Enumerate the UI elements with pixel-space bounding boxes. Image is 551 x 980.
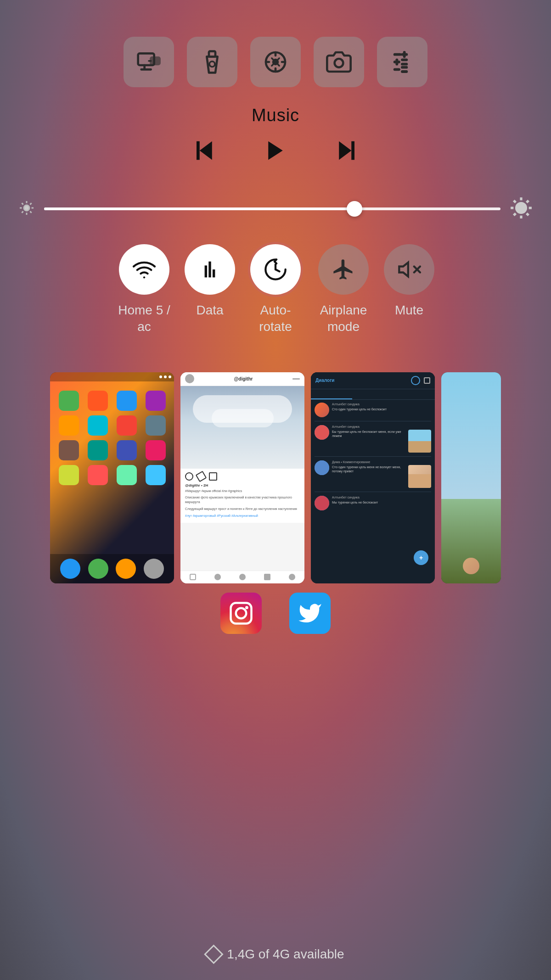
svg-rect-21 bbox=[351, 141, 354, 160]
twitter-app-icon[interactable] bbox=[289, 593, 331, 634]
autorotate-label: Auto-rotate bbox=[248, 302, 303, 336]
svg-line-27 bbox=[22, 203, 23, 204]
mute-icon bbox=[397, 258, 421, 281]
recent-app-instagram[interactable]: @digithr bbox=[180, 372, 304, 583]
recent-app-twitter[interactable]: Диалоги bbox=[311, 372, 435, 583]
mute-label: Mute bbox=[395, 302, 423, 319]
svg-line-30 bbox=[30, 203, 31, 204]
quick-action-bar bbox=[124, 37, 427, 87]
brightness-slider-track[interactable] bbox=[44, 207, 500, 210]
airplane-toggle[interactable]: Airplane mode bbox=[316, 244, 371, 336]
camera-icon bbox=[326, 49, 352, 75]
play-button[interactable] bbox=[263, 138, 288, 164]
airplane-icon bbox=[332, 258, 355, 281]
brightness-slider-thumb[interactable] bbox=[347, 201, 362, 217]
brightness-max-icon bbox=[510, 196, 533, 221]
mute-toggle[interactable]: Mute bbox=[384, 244, 434, 336]
svg-line-29 bbox=[22, 211, 23, 213]
svg-point-31 bbox=[517, 203, 526, 213]
brightness-min-icon bbox=[18, 200, 35, 218]
recent-app-home[interactable] bbox=[50, 372, 174, 583]
flashlight-button[interactable] bbox=[187, 37, 237, 87]
svg-line-39 bbox=[527, 201, 529, 202]
data-label: Data bbox=[196, 302, 223, 319]
autorotate-toggle[interactable]: Auto-rotate bbox=[248, 244, 303, 336]
data-toggle[interactable]: Data bbox=[185, 244, 235, 336]
next-icon bbox=[334, 138, 359, 163]
svg-point-51 bbox=[245, 606, 248, 609]
wifi-icon bbox=[132, 258, 156, 281]
twitter-preview: Диалоги bbox=[311, 372, 435, 583]
screen-mirror-button[interactable] bbox=[124, 37, 174, 87]
calculator-button[interactable] bbox=[377, 37, 427, 87]
prev-icon bbox=[192, 138, 217, 163]
mute-circle bbox=[384, 244, 434, 295]
svg-rect-1 bbox=[151, 58, 160, 64]
prev-button[interactable] bbox=[192, 138, 217, 164]
svg-line-28 bbox=[30, 211, 31, 213]
main-content: Music bbox=[0, 0, 551, 980]
flashlight-icon bbox=[199, 49, 225, 75]
settings-preview bbox=[441, 372, 501, 583]
calculator-icon bbox=[389, 49, 415, 75]
navigation-button[interactable] bbox=[250, 37, 301, 87]
svg-line-36 bbox=[514, 201, 516, 202]
svg-point-40 bbox=[143, 276, 145, 278]
svg-line-38 bbox=[514, 213, 516, 215]
recent-app-settings[interactable] bbox=[441, 372, 501, 583]
instagram-preview: @digithr bbox=[180, 372, 304, 583]
autorotate-circle bbox=[250, 244, 301, 295]
brightness-slider-fill bbox=[44, 207, 354, 210]
status-bar-1 bbox=[50, 372, 174, 381]
instagram-logo-icon bbox=[229, 601, 253, 626]
data-icon bbox=[198, 258, 222, 281]
wifi-toggle[interactable]: Home 5 / ac bbox=[117, 244, 172, 336]
recent-apps-section: @digithr bbox=[0, 372, 551, 583]
svg-point-6 bbox=[335, 59, 343, 67]
airplane-circle bbox=[318, 244, 369, 295]
music-controls bbox=[192, 138, 359, 164]
svg-marker-19 bbox=[268, 141, 283, 160]
svg-rect-18 bbox=[197, 141, 200, 160]
data-circle bbox=[185, 244, 235, 295]
svg-marker-20 bbox=[339, 141, 351, 160]
svg-point-22 bbox=[24, 205, 29, 211]
wifi-circle bbox=[119, 244, 169, 295]
next-button[interactable] bbox=[334, 138, 359, 164]
svg-line-45 bbox=[276, 269, 280, 271]
wifi-label: Home 5 / ac bbox=[117, 302, 172, 336]
navigation-icon bbox=[263, 49, 288, 75]
home-screen-preview bbox=[50, 372, 174, 583]
svg-point-50 bbox=[236, 608, 247, 619]
brightness-slider-row bbox=[0, 196, 551, 221]
play-icon bbox=[263, 138, 288, 163]
music-section: Music bbox=[0, 106, 551, 183]
svg-point-3 bbox=[209, 62, 215, 67]
toggle-buttons-row: Home 5 / ac Data bbox=[103, 244, 448, 336]
svg-line-37 bbox=[527, 213, 529, 215]
twitter-logo-icon bbox=[298, 601, 322, 626]
svg-rect-49 bbox=[231, 603, 252, 623]
svg-marker-17 bbox=[200, 141, 212, 160]
airplane-label: Airplane mode bbox=[316, 302, 371, 336]
app-icons-row bbox=[220, 593, 331, 634]
camera-button[interactable] bbox=[314, 37, 364, 87]
music-label: Music bbox=[252, 106, 299, 125]
screen-mirror-icon bbox=[136, 49, 162, 75]
autorotate-icon bbox=[264, 258, 287, 281]
instagram-app-icon[interactable] bbox=[220, 593, 262, 634]
svg-marker-46 bbox=[399, 263, 408, 276]
